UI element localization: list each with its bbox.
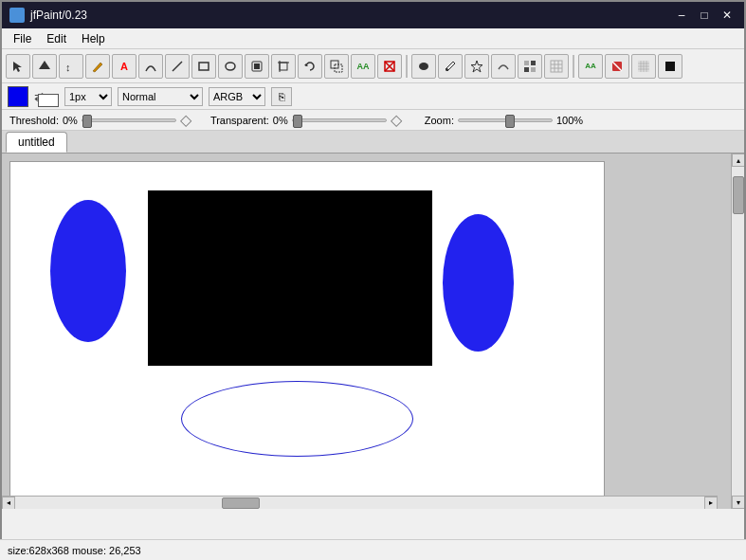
svg-line-3 [173, 62, 182, 71]
crop-tool[interactable] [271, 54, 296, 79]
menu-edit[interactable]: Edit [39, 30, 74, 47]
fill-tool[interactable] [32, 54, 57, 79]
toolbar-separator-2 [573, 55, 574, 78]
app-icon [9, 8, 25, 23]
texture-tool[interactable] [631, 54, 656, 79]
svg-point-17 [419, 63, 428, 70]
transparent-label: Transparent: [210, 115, 269, 126]
vscroll-track[interactable] [732, 167, 745, 496]
svg-rect-21 [531, 61, 536, 65]
background-color[interactable] [38, 94, 59, 107]
hscroll-thumb[interactable] [222, 497, 260, 509]
stamp-tool[interactable] [245, 54, 269, 79]
blend-mode-select[interactable]: Normal Multiply Screen [118, 87, 203, 106]
pattern-tool[interactable] [518, 54, 542, 79]
threshold-slider-thumb[interactable] [82, 115, 92, 128]
transparent-slider[interactable] [292, 118, 387, 122]
line-tool[interactable] [165, 54, 190, 79]
black-rectangle [148, 190, 432, 366]
text-tool[interactable]: A [112, 54, 136, 79]
clear-tool[interactable] [377, 54, 402, 79]
rotate-ccw-tool[interactable] [298, 54, 322, 79]
vscroll-up-button[interactable]: ▴ [732, 154, 745, 167]
svg-rect-23 [531, 67, 536, 72]
svg-text:↕: ↕ [65, 62, 71, 73]
svg-marker-0 [13, 62, 22, 72]
optionsbar: ⇄ 1px 2px 3px Normal Multiply Screen ARG… [2, 83, 744, 110]
transparent-icon: ◇ [391, 111, 402, 129]
svg-point-5 [226, 63, 235, 70]
titlebar-left: jfPaint/0.23 [9, 8, 87, 23]
black-box-tool[interactable] [658, 54, 682, 79]
svg-rect-22 [524, 67, 529, 72]
threshold-slider[interactable] [82, 118, 176, 122]
window-controls: – □ ✕ [672, 8, 737, 23]
hscroll-track[interactable] [15, 497, 704, 510]
svg-rect-4 [199, 63, 209, 70]
svg-rect-38 [665, 62, 675, 71]
filled-ellipse-tool[interactable] [411, 54, 436, 79]
transparent-slider-thumb[interactable] [293, 115, 302, 128]
svg-marker-1 [39, 61, 50, 69]
svg-rect-8 [280, 63, 287, 70]
tabbar: untitled [2, 131, 744, 154]
svg-marker-19 [471, 61, 482, 72]
app-title: jfPaint/0.23 [30, 9, 87, 22]
text2-tool[interactable]: AA [351, 54, 375, 79]
brush-size-select[interactable]: 1px 2px 3px [64, 87, 112, 106]
AA-tool[interactable]: AA [578, 54, 603, 79]
menubar: File Edit Help [2, 28, 744, 49]
transparent-value: 0% [273, 115, 288, 126]
menu-help[interactable]: Help [74, 30, 113, 47]
hscroll-right-button[interactable]: ▸ [704, 497, 718, 510]
pattern2-tool[interactable] [544, 54, 569, 79]
hscroll-left-button[interactable]: ◂ [2, 497, 15, 510]
ellipse-tool[interactable] [218, 54, 243, 79]
magic-wand[interactable] [464, 54, 489, 79]
pencil-tool[interactable] [85, 54, 110, 79]
vscroll-thumb[interactable] [733, 176, 744, 214]
color-model-select[interactable]: ARGB RGB HSB [209, 87, 265, 106]
dropper-tool[interactable] [438, 54, 463, 79]
copy-color-button[interactable]: ⎘ [271, 87, 292, 106]
canvas-wrapper[interactable]: ◂ ▸ [2, 154, 731, 509]
rect-tool[interactable] [191, 54, 216, 79]
select-tool[interactable] [6, 54, 30, 79]
maximize-button[interactable]: □ [695, 8, 714, 23]
svg-rect-20 [524, 61, 529, 65]
tab-untitled[interactable]: untitled [6, 132, 67, 153]
infobar: Threshold: 0% ◇ Transparent: 0% ◇ Zoom: … [2, 110, 744, 131]
svg-rect-7 [254, 63, 260, 69]
vertical-scrollbar[interactable]: ▴ ▾ [731, 154, 744, 509]
resize-tool[interactable] [324, 54, 349, 79]
curve-tool[interactable] [138, 54, 163, 79]
arc-tool[interactable] [491, 54, 516, 79]
svg-point-18 [446, 68, 448, 71]
vscroll-down-button[interactable]: ▾ [732, 496, 745, 509]
erase-tool[interactable] [605, 54, 629, 79]
menu-file[interactable]: File [6, 30, 39, 47]
statusbar: size:628x368 mouse: 26,253 [0, 539, 746, 560]
zoom-value: 100% [556, 115, 583, 126]
threshold-label: Threshold: [9, 115, 59, 126]
left-ellipse [50, 200, 126, 342]
zoom-label: Zoom: [425, 115, 454, 126]
threshold-icon: ◇ [180, 111, 191, 129]
close-button[interactable]: ✕ [718, 8, 737, 23]
zoom-slider[interactable] [458, 118, 553, 122]
drawing-canvas[interactable] [9, 161, 605, 509]
threshold-value: 0% [63, 115, 78, 126]
toolbar-separator-1 [406, 55, 408, 78]
horizontal-scrollbar[interactable]: ◂ ▸ [2, 496, 718, 509]
foreground-color[interactable] [8, 86, 28, 107]
bottom-ellipse [181, 381, 413, 457]
svg-rect-24 [551, 61, 562, 72]
canvas-container: ◂ ▸ ▴ ▾ [2, 154, 744, 509]
move-tool[interactable]: ↕ [59, 54, 83, 79]
minimize-button[interactable]: – [672, 8, 691, 23]
zoom-slider-thumb[interactable] [505, 115, 515, 128]
titlebar: jfPaint/0.23 – □ ✕ [2, 2, 744, 28]
toolbar: ↕ A AA AA [2, 49, 744, 83]
tab-label: untitled [18, 135, 55, 149]
right-ellipse [443, 214, 514, 352]
